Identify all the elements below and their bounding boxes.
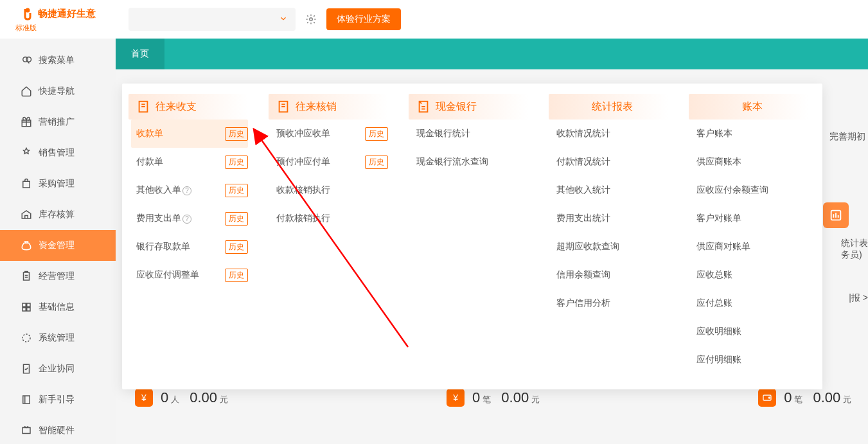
menu-label: 付款核销执行 [276,213,330,224]
flyout-col-ledger: 账本 客户账本 供应商账本 应收应付余额查询 客户对账单 供应商对账单 应收总账… [682,94,822,374]
menu-label: 应收总账 [696,269,732,281]
stat-amt-unit: 元 [531,394,540,405]
stat-count: 0 [161,389,168,406]
menu-receipt-verify[interactable]: 收款核销执行 [276,176,388,204]
history-tag[interactable]: 历史 [225,127,248,141]
sidebar-item-label: 销售管理 [39,147,75,159]
tabbar: 首页 [116,39,868,69]
menu-supplier-ledger[interactable]: 供应商账本 [696,148,808,176]
stat-unit: 笔 [794,394,802,405]
tab-home[interactable]: 首页 [116,39,164,69]
sidebar-item-newbie[interactable]: 新手引导 [0,384,116,415]
menu-other-income[interactable]: 其他收入单?历史 [136,176,248,204]
chevron-down-icon [279,14,288,25]
menu-adjust-order[interactable]: 应收应付调整单历史 [136,261,248,289]
yen-icon: ¥ [135,389,153,407]
menu-label: 银行存取款单 [136,241,190,253]
menu-receipt-order[interactable]: 收款单历史 [131,120,248,148]
flyout-col-cash-bank: 现金银行 现金银行统计 现金银行流水查询 [402,94,542,374]
receipt-icon [136,100,150,114]
menu-ap-detail[interactable]: 应付明细账 [696,346,808,374]
stat-amount: 0.00 [501,389,529,406]
menu-bank-deposit[interactable]: 银行存取款单历史 [136,233,248,261]
menu-ar-general[interactable]: 应收总账 [696,261,808,289]
search-icon [21,55,32,66]
menu-cashbank-stat[interactable]: 现金银行统计 [416,120,528,148]
menu-expense-stat[interactable]: 费用支出统计 [556,204,668,233]
sidebar-item-system[interactable]: 系统管理 [0,323,116,353]
menu-otherincome-stat[interactable]: 其他收入统计 [556,176,668,204]
menu-label: 收款核销执行 [276,184,330,196]
sidebar-item-label: 库存核算 [39,209,75,220]
sidebar-item-baseinfo[interactable]: 基础信息 [0,292,116,323]
menu-prepay-offset[interactable]: 预付冲应付单历史 [276,148,388,176]
flyout-header-title: 往来核销 [296,100,337,114]
sidebar-item-label: 采购管理 [39,178,75,190]
menu-overdue-query[interactable]: 超期应收款查询 [556,233,668,261]
book-icon [21,394,32,405]
menu-payment-verify[interactable]: 付款核销执行 [276,204,388,233]
history-tag[interactable]: 历史 [225,212,248,226]
svg-point-14 [310,18,313,21]
sidebar-item-sales[interactable]: 销售管理 [0,138,116,168]
help-icon[interactable]: ? [182,215,191,224]
sidebar-item-label: 智能硬件 [39,425,75,436]
sidebar-item-label: 经营管理 [39,271,75,282]
menu-label: 供应商账本 [696,156,741,168]
sidebar-item-inventory[interactable]: 库存核算 [0,199,116,230]
flyout-header-title: 账本 [742,100,763,114]
sidebar-item-finance[interactable]: 资金管理 [0,230,116,261]
topbar: 体验行业方案 [116,0,868,39]
sidebar-item-hardware[interactable]: 智能硬件 [0,415,116,444]
menu-ar-detail[interactable]: 应收明细账 [696,317,808,346]
menu-customer-credit[interactable]: 客户信用分析 [556,289,668,317]
doc-icon [416,100,430,114]
menu-ar-ap-balance[interactable]: 应收应付余额查询 [696,176,808,204]
stat-unit: 笔 [483,394,491,405]
hint-report-link[interactable]: |报 > [849,292,868,304]
svg-rect-6 [22,303,26,306]
sidebar-item-collab[interactable]: 企业协同 [0,353,116,384]
sidebar-item-business[interactable]: 经营管理 [0,261,116,292]
menu-payment-stat[interactable]: 付款情况统计 [556,148,668,176]
hint-staff: 务员) [841,249,868,261]
menu-cashbank-flow[interactable]: 现金银行流水查询 [416,148,528,176]
menu-label: 其他收入统计 [556,184,610,196]
menu-ap-general[interactable]: 应付总账 [696,289,808,317]
bg-stat-icon [823,202,849,228]
receipt-icon [276,100,290,114]
menu-credit-balance[interactable]: 信用余额查询 [556,261,668,289]
menu-label: 应付明细账 [696,354,741,366]
menu-customer-statement[interactable]: 客户对账单 [696,204,808,233]
sidebar-item-quicknav[interactable]: 快捷导航 [0,76,116,107]
history-tag[interactable]: 历史 [225,269,248,282]
hint-perfect-initial: 完善期初 [829,129,868,145]
history-tag[interactable]: 历史 [225,184,248,197]
menu-label: 付款情况统计 [556,156,610,168]
svg-rect-7 [27,303,30,306]
menu-payment-order[interactable]: 付款单历史 [136,148,248,176]
menu-label: 费用支出统计 [556,213,610,224]
stat-count: 0 [472,389,480,406]
history-tag[interactable]: 历史 [365,155,388,169]
menu-label: 客户信用分析 [556,297,610,309]
nav-list: 搜索菜单 快捷导航 营销推广 销售管理 采购管理 库存核算 资金管理 经营管理 … [0,39,116,444]
menu-receipt-stat[interactable]: 收款情况统计 [556,120,668,148]
menu-supplier-statement[interactable]: 供应商对账单 [696,233,808,261]
store-selector[interactable] [128,8,296,31]
gear-icon[interactable] [302,10,320,28]
menu-prerec-offset[interactable]: 预收冲应收单历史 [276,120,388,148]
history-tag[interactable]: 历史 [365,127,388,141]
grid-icon [21,301,32,313]
menu-label: 付款单 [136,156,163,168]
menu-expense-order[interactable]: 费用支出单?历史 [136,204,248,233]
history-tag[interactable]: 历史 [225,155,248,169]
menu-customer-ledger[interactable]: 客户账本 [696,120,808,148]
history-tag[interactable]: 历史 [225,240,248,254]
help-icon[interactable]: ? [182,186,191,195]
industry-plan-button[interactable]: 体验行业方案 [326,8,401,30]
sidebar-item-search[interactable]: 搜索菜单 [0,45,116,76]
sidebar: 畅捷通好生意 标准版 搜索菜单 快捷导航 营销推广 销售管理 采购管理 库存核算… [0,0,116,444]
sidebar-item-purchase[interactable]: 采购管理 [0,168,116,199]
sidebar-item-marketing[interactable]: 营销推广 [0,107,116,138]
